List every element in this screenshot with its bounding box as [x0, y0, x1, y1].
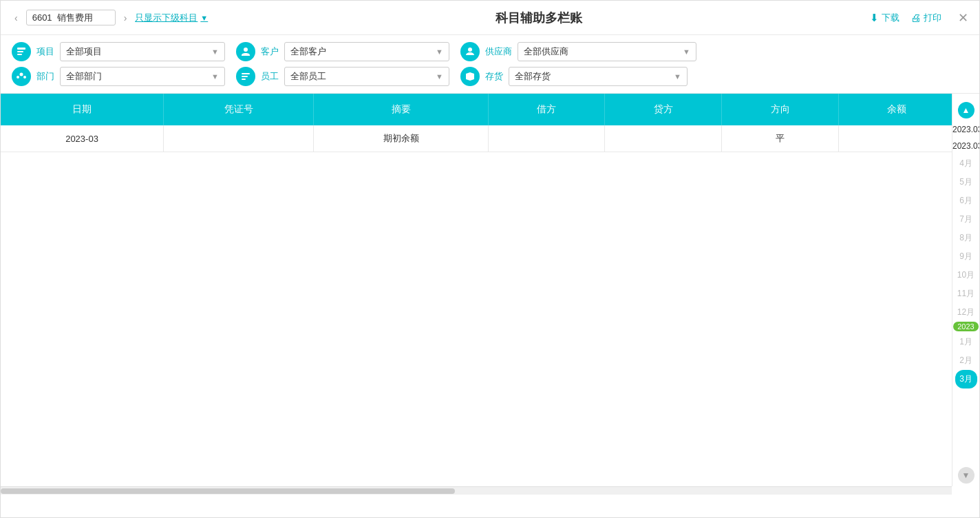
- cell-credit: [605, 125, 722, 152]
- svg-rect-0: [17, 48, 25, 50]
- supplier-value: 全部供应商: [524, 45, 568, 58]
- print-icon: 🖨: [910, 12, 921, 23]
- cell-balance: [839, 125, 955, 152]
- download-button[interactable]: ⬇ 下载: [870, 12, 899, 24]
- col-date: 日期: [1, 94, 164, 125]
- timeline-sidebar: ▲ 2023.03 2023.03 4月 5月 6月 7月 8月 9月 10月 …: [952, 94, 979, 486]
- timeline-item-12[interactable]: 12月: [952, 303, 979, 322]
- col-direction: 方向: [722, 94, 839, 125]
- department-value: 全部部门: [66, 70, 102, 83]
- timeline-item-2023-03-end[interactable]: 2023.03: [952, 138, 979, 154]
- cell-direction: 平: [722, 125, 839, 152]
- supplier-select[interactable]: 全部供应商 ▼: [518, 42, 696, 61]
- account-code-input[interactable]: [26, 10, 116, 25]
- table-wrapper[interactable]: 日期 凭证号 摘要 借方 贷方 方向 余额 2023-03 期初余额: [1, 94, 955, 486]
- filter-project: 项目 全部项目 ▼: [12, 42, 225, 61]
- show-sub-toggle[interactable]: 只显示下级科目 ▼: [135, 12, 208, 24]
- timeline-item-5[interactable]: 5月: [952, 173, 979, 191]
- filter-inventory: 存货 全部存货 ▼: [460, 67, 688, 86]
- project-value: 全部项目: [66, 45, 102, 58]
- cell-date: 2023-03: [1, 125, 164, 152]
- col-balance: 余额: [839, 94, 955, 125]
- timeline-item-2023-03-start[interactable]: 2023.03: [952, 121, 979, 138]
- timeline-item-3-active[interactable]: 3月: [955, 370, 977, 388]
- year-badge-2023: 2023: [953, 322, 978, 331]
- svg-rect-9: [242, 79, 246, 80]
- customer-label: 客户: [261, 45, 279, 58]
- svg-rect-8: [242, 76, 248, 77]
- employee-chevron-icon: ▼: [436, 72, 443, 81]
- customer-value: 全部客户: [290, 45, 326, 58]
- svg-point-4: [20, 73, 23, 76]
- supplier-icon: [460, 42, 480, 61]
- account-code-area: [26, 10, 116, 25]
- col-credit: 贷方: [605, 94, 722, 125]
- project-chevron-icon: ▼: [211, 48, 219, 56]
- inventory-value: 全部存货: [515, 70, 551, 83]
- department-chevron-icon: ▼: [211, 72, 219, 81]
- data-table: 日期 凭证号 摘要 借方 贷方 方向 余额 2023-03 期初余额: [1, 94, 955, 152]
- department-label: 部门: [36, 70, 54, 83]
- filter-supplier: 供应商 全部供应商 ▼: [460, 42, 696, 61]
- timeline-item-9[interactable]: 9月: [952, 247, 979, 266]
- nav-next-arrow[interactable]: ›: [121, 11, 130, 25]
- employee-label: 员工: [261, 70, 279, 83]
- timeline-item-6[interactable]: 6月: [952, 191, 979, 210]
- customer-chevron-icon: ▼: [436, 48, 443, 56]
- timeline-item-4[interactable]: 4月: [952, 154, 979, 173]
- svg-rect-2: [17, 54, 22, 55]
- filter-bar: 项目 全部项目 ▼ 客户 全部客户 ▼: [1, 35, 979, 94]
- table-row: 2023-03 期初余额 平: [1, 125, 955, 152]
- timeline-item-11[interactable]: 11月: [952, 284, 979, 303]
- page-title: 科目辅助多栏账: [208, 10, 870, 26]
- inventory-icon: [460, 67, 480, 86]
- top-bar: ‹ › 只显示下级科目 ▼ 科目辅助多栏账 ⬇ 下载 🖨 打印 ✕: [1, 1, 979, 35]
- inventory-chevron-icon: ▼: [674, 72, 681, 81]
- download-label: 下载: [882, 12, 899, 24]
- top-actions: ⬇ 下载 🖨 打印 ✕: [870, 10, 968, 25]
- employee-select[interactable]: 全部员工 ▼: [284, 67, 449, 86]
- timeline-item-1[interactable]: 1月: [952, 333, 979, 351]
- project-select[interactable]: 全部项目 ▼: [60, 42, 225, 61]
- timeline-item-8[interactable]: 8月: [952, 229, 979, 247]
- svg-rect-1: [17, 51, 23, 52]
- department-select[interactable]: 全部部门 ▼: [60, 67, 225, 86]
- svg-rect-7: [242, 73, 250, 74]
- employee-value: 全部员工: [290, 70, 326, 83]
- show-sub-label: 只显示下级科目: [135, 12, 198, 24]
- download-icon: ⬇: [870, 12, 879, 24]
- timeline-item-2[interactable]: 2月: [952, 351, 979, 370]
- inventory-label: 存货: [485, 70, 503, 83]
- timeline-item-7[interactable]: 7月: [952, 210, 979, 229]
- inventory-select[interactable]: 全部存货 ▼: [509, 67, 688, 86]
- print-label: 打印: [924, 12, 941, 24]
- chevron-down-icon: ▼: [200, 14, 208, 22]
- table-header-row: 日期 凭证号 摘要 借方 贷方 方向 余额: [1, 94, 955, 125]
- filter-row-2: 部门 全部部门 ▼ 员工 全部员工 ▼: [12, 67, 968, 86]
- customer-select[interactable]: 全部客户 ▼: [284, 42, 449, 61]
- timeline-down-arrow[interactable]: ▼: [958, 467, 974, 484]
- nav-prev-arrow[interactable]: ‹: [12, 11, 21, 25]
- year-badge-area: 2023: [953, 322, 978, 333]
- svg-point-5: [17, 76, 19, 79]
- svg-point-6: [23, 76, 26, 79]
- filter-department: 部门 全部部门 ▼: [12, 67, 225, 86]
- col-voucher: 凭证号: [164, 94, 314, 125]
- employee-icon: [236, 67, 255, 86]
- scroll-bar-thumb[interactable]: [1, 488, 455, 494]
- customer-icon: [236, 42, 255, 61]
- timeline-up-arrow[interactable]: ▲: [958, 102, 974, 118]
- col-debit: 借方: [488, 94, 605, 125]
- timeline-item-10[interactable]: 10月: [952, 266, 979, 284]
- project-icon: [12, 42, 31, 61]
- filter-employee: 员工 全部员工 ▼: [236, 67, 449, 86]
- close-button[interactable]: ✕: [958, 10, 968, 25]
- filter-customer: 客户 全部客户 ▼: [236, 42, 449, 61]
- scroll-bar-area[interactable]: [1, 486, 952, 495]
- col-summary: 摘要: [314, 94, 488, 125]
- cell-debit: [488, 125, 605, 152]
- cell-summary: 期初余额: [314, 125, 488, 152]
- print-button[interactable]: 🖨 打印: [910, 12, 941, 24]
- project-label: 项目: [36, 45, 54, 58]
- supplier-label: 供应商: [485, 45, 512, 58]
